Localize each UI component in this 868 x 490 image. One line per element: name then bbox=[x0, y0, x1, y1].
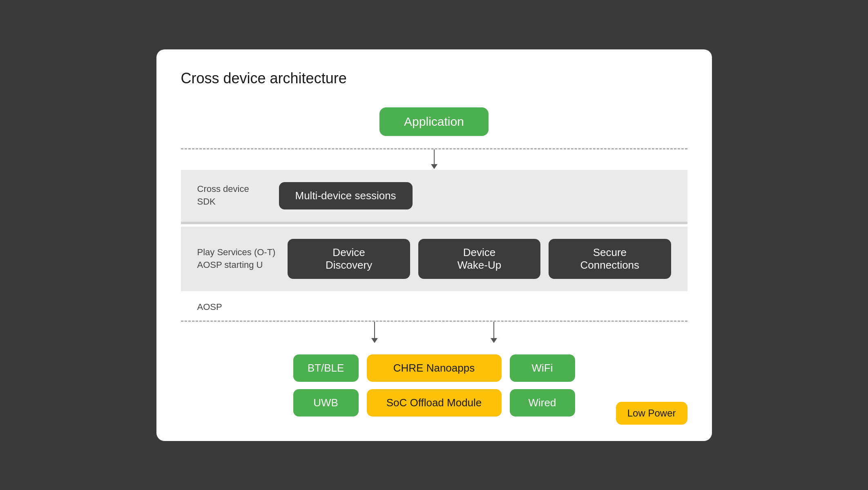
wifi-box: WiFi bbox=[510, 354, 575, 382]
main-card: Cross device architecture Application Cr… bbox=[156, 49, 712, 441]
section-divider bbox=[181, 222, 687, 224]
arrow-right-head bbox=[491, 338, 497, 343]
bottom-boxes-section: BT/BLE CHRE Nanoapps WiFi UWB SoC Offloa… bbox=[181, 346, 687, 416]
connector-line bbox=[434, 149, 435, 165]
aosp-label: AOSP bbox=[197, 302, 263, 312]
arrow-app-to-sdk bbox=[181, 149, 687, 170]
sdk-label: Cross device SDK bbox=[197, 183, 263, 208]
dual-arrow-container bbox=[374, 322, 494, 343]
arrow-left bbox=[374, 322, 375, 343]
multi-device-sessions-box: Multi-device sessions bbox=[279, 182, 413, 209]
device-discovery-box: DeviceDiscovery bbox=[288, 239, 410, 279]
soc-box: SoC Offload Module bbox=[367, 389, 502, 416]
arrow-left-head bbox=[371, 338, 378, 343]
arrow-right-line bbox=[493, 322, 494, 338]
play-services-section: Play Services (O-T) AOSP starting U Devi… bbox=[181, 227, 687, 291]
aosp-section: AOSP bbox=[181, 294, 687, 312]
play-services-label: Play Services (O-T) AOSP starting U bbox=[197, 246, 276, 272]
connector-arrowhead bbox=[431, 164, 437, 169]
bottom-grid: BT/BLE CHRE Nanoapps WiFi UWB SoC Offloa… bbox=[293, 354, 575, 416]
low-power-badge: Low Power bbox=[616, 402, 687, 425]
play-boxes: DeviceDiscovery DeviceWake-Up SecureConn… bbox=[288, 239, 671, 279]
btble-box: BT/BLE bbox=[293, 354, 359, 382]
arrow-right bbox=[493, 322, 494, 343]
arrow-left-line bbox=[374, 322, 375, 338]
wired-box: Wired bbox=[510, 389, 575, 416]
device-wakeup-box: DeviceWake-Up bbox=[418, 239, 540, 279]
application-box: Application bbox=[379, 107, 489, 136]
architecture-diagram: Application Cross device SDK Multi-devic… bbox=[181, 107, 687, 416]
uwb-box: UWB bbox=[293, 389, 359, 416]
page-title: Cross device architecture bbox=[181, 70, 687, 87]
secure-connections-box: SecureConnections bbox=[549, 239, 671, 279]
chre-box: CHRE Nanoapps bbox=[367, 354, 502, 382]
sdk-section: Cross device SDK Multi-device sessions bbox=[181, 170, 687, 222]
application-section: Application bbox=[181, 107, 687, 148]
arrows-to-bottom bbox=[181, 322, 687, 346]
